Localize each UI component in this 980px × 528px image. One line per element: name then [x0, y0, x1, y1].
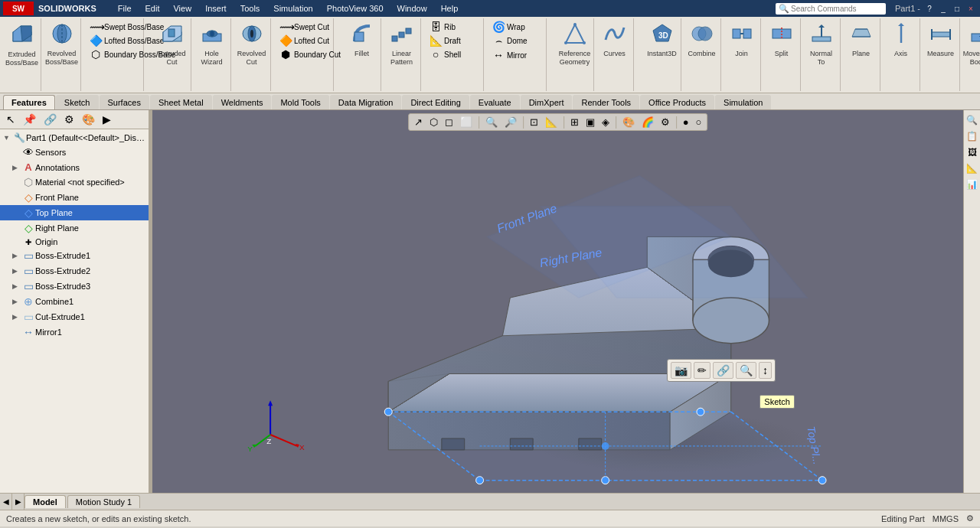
tab-office-products[interactable]: Office Products — [640, 95, 714, 109]
tab-sheet-metal[interactable]: Sheet Metal — [150, 95, 212, 109]
tab-sketch[interactable]: Sketch — [56, 95, 99, 109]
tree-boss-extrude3[interactable]: ▶ ▭ Boss-Extrude3 — [0, 279, 149, 294]
lighting-btn[interactable]: 🌈 — [639, 116, 656, 129]
tree-front-plane[interactable]: ◇ Front Plane — [0, 190, 149, 205]
menu-item-photoview 360[interactable]: PhotoView 360 — [321, 2, 390, 15]
view-shaded-btn[interactable]: ⬡ — [427, 116, 440, 129]
tab-direct-editing[interactable]: Direct Editing — [402, 95, 469, 109]
tree-origin[interactable]: ✚ Origin — [0, 236, 149, 248]
hole-wizard-btn[interactable]: HoleWizard — [195, 20, 229, 68]
normal-to-btn[interactable]: NormalTo — [805, 20, 838, 68]
split-btn[interactable]: Split — [765, 20, 799, 60]
maximize-btn[interactable]: □ — [951, 2, 963, 15]
minimize-btn[interactable]: _ — [937, 2, 949, 15]
display-color-btn[interactable]: ▣ — [583, 116, 597, 129]
search-box[interactable]: 🔍 — [776, 3, 886, 15]
curves-btn[interactable]: Curves — [598, 20, 632, 60]
lofted-cut-btn[interactable]: 🔶 Lofted Cut — [277, 34, 343, 47]
view-hidden-btn[interactable]: ⬜ — [458, 116, 475, 129]
tab-weldments[interactable]: Weldments — [213, 95, 272, 109]
move-copy-btn[interactable]: Move/CopyBodies — [960, 20, 980, 68]
tab-features[interactable]: Features — [3, 95, 55, 109]
tab-motion-study[interactable]: Motion Study 1 — [67, 495, 140, 508]
tree-combine1[interactable]: ▶ ⊕ Combine1 — [0, 294, 149, 309]
tree-cut-extrude1[interactable]: ▶ ▭ Cut-Extrude1 — [0, 309, 149, 324]
popup-btn-3[interactable]: 🔗 — [713, 362, 733, 379]
rib-btn[interactable]: 🗄 Rib — [427, 20, 463, 34]
tab-data-migration[interactable]: Data Migration — [330, 95, 402, 109]
shadows-btn[interactable]: ○ — [694, 116, 704, 129]
display-grid-btn[interactable]: ⊞ — [568, 116, 581, 129]
rp-image-btn[interactable]: 🖼 — [965, 145, 979, 159]
rp-chart-btn[interactable]: 📊 — [965, 178, 979, 191]
menu-item-tools[interactable]: Tools — [234, 2, 266, 15]
rp-clipboard-btn[interactable]: 📋 — [965, 129, 979, 143]
popup-btn-1[interactable]: 📷 — [671, 362, 691, 379]
measure-btn[interactable]: Measure — [924, 20, 958, 60]
tab-surfaces[interactable]: Surfaces — [100, 95, 149, 109]
tree-top-plane[interactable]: ◇ Top Plane — [0, 205, 149, 220]
view-orientation-btn[interactable]: ↗ — [412, 116, 425, 129]
tree-right-plane[interactable]: ◇ Right Plane — [0, 220, 149, 236]
combine-btn[interactable]: Combine — [684, 20, 718, 60]
tab-simulation[interactable]: Simulation — [715, 95, 771, 109]
tree-sensors[interactable]: 👁 Sensors — [0, 145, 149, 160]
revolved-cut-btn[interactable]: RevolvedCut — [234, 20, 270, 68]
menu-item-help[interactable]: Help — [435, 2, 465, 15]
tree-boss-extrude2[interactable]: ▶ ▭ Boss-Extrude2 — [0, 263, 149, 279]
fillet-btn[interactable]: Fillet — [345, 20, 379, 60]
wrap-btn[interactable]: 🌀 Wrap — [490, 20, 530, 34]
axis-btn[interactable]: Axis — [884, 20, 918, 60]
linear-pattern-btn[interactable]: LinearPattern — [385, 20, 419, 68]
sidebar-tool-pin[interactable]: 📌 — [20, 112, 39, 127]
scroll-left-btn[interactable]: ◀ — [0, 494, 12, 510]
plane-btn[interactable]: Plane — [844, 20, 878, 60]
swept-cut-btn[interactable]: ⟿ Swept Cut — [277, 20, 343, 34]
tree-root[interactable]: ▼ 🔧 Part1 (Default<<Default>_Displa — [0, 131, 149, 145]
close-btn[interactable]: × — [965, 2, 977, 15]
draft-btn[interactable]: 📐 Draft — [427, 34, 463, 47]
settings-vt-btn[interactable]: ⚙ — [658, 116, 672, 129]
display-ref-btn[interactable]: ◈ — [599, 116, 612, 129]
extruded-bossbase-btn[interactable]: ExtrudedBoss/Base — [2, 20, 41, 69]
menu-item-simulation[interactable]: Simulation — [267, 2, 318, 15]
menu-item-window[interactable]: Window — [391, 2, 433, 15]
tree-material[interactable]: ⬡ Material <not specified> — [0, 174, 149, 190]
menu-item-insert[interactable]: Insert — [199, 2, 233, 15]
tab-mold-tools[interactable]: Mold Tools — [272, 95, 328, 109]
rp-zoom-btn[interactable]: 🔍 — [965, 113, 979, 127]
boundary-cut-btn[interactable]: ⬢ Boundary Cut — [277, 47, 343, 61]
render-btn[interactable]: 🎨 — [620, 116, 637, 129]
sidebar-more[interactable]: ▶ — [100, 112, 114, 127]
tab-dimxpert[interactable]: DimXpert — [521, 95, 573, 109]
search-input[interactable] — [791, 5, 883, 13]
rebuild-icon[interactable]: ⚙ — [966, 513, 974, 523]
instant3d-btn[interactable]: 3D Instant3D — [644, 20, 680, 60]
tab-evaluate[interactable]: Evaluate — [470, 95, 520, 109]
sidebar-tool-settings[interactable]: ⚙ — [61, 112, 77, 127]
zoom-in-btn[interactable]: 🔍 — [483, 116, 500, 129]
view-wireframe-btn[interactable]: ◻ — [443, 116, 456, 129]
sidebar-tool-color[interactable]: 🎨 — [79, 112, 98, 127]
tree-mirror1[interactable]: ↔ Mirror1 — [0, 324, 149, 340]
tree-boss-extrude1[interactable]: ▶ ▭ Boss-Extrude1 — [0, 248, 149, 263]
view-rotate-btn[interactable]: 📐 — [543, 116, 560, 129]
ref-geometry-btn[interactable]: ReferenceGeometry — [556, 20, 594, 68]
menu-item-file[interactable]: File — [112, 2, 138, 15]
zoom-fit-btn[interactable]: 🔎 — [502, 116, 519, 129]
tab-render-tools[interactable]: Render Tools — [573, 95, 639, 109]
sidebar-tool-link[interactable]: 🔗 — [41, 112, 60, 127]
viewport[interactable]: ↗ ⬡ ◻ ⬜ 🔍 🔎 ⊡ 📐 ⊞ ▣ ◈ 🎨 🌈 ⚙ ● ○ — [152, 110, 963, 493]
sidebar-tool-pointer[interactable]: ↖ — [3, 112, 18, 127]
tree-annotations[interactable]: ▶ A Annotations — [0, 160, 149, 174]
menu-item-edit[interactable]: Edit — [139, 2, 166, 15]
extruded-cut-btn[interactable]: ExtrudedCut — [155, 20, 188, 68]
help-btn[interactable]: ? — [923, 2, 936, 15]
dome-btn[interactable]: ⌢ Dome — [490, 34, 530, 48]
shell-btn[interactable]: ○ Shell — [427, 47, 463, 61]
popup-btn-4[interactable]: 🔍 — [736, 362, 756, 379]
join-btn[interactable]: Join — [725, 20, 759, 60]
menu-item-view[interactable]: View — [167, 2, 198, 15]
mirror-btn[interactable]: ↔ Mirror — [490, 48, 530, 62]
tab-model[interactable]: Model — [24, 495, 66, 508]
